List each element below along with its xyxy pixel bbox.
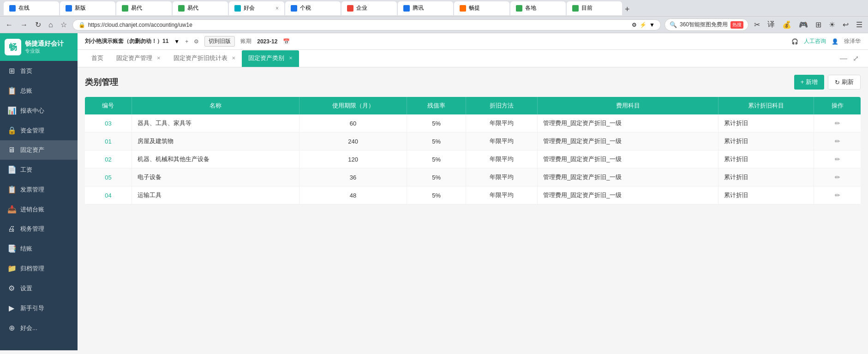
minimize-button[interactable]: — [838,53,849,64]
sidebar-item-report[interactable]: 📊 报表中心 [0,101,78,120]
tab-label-6: 个税 [300,4,311,12]
browser-tab-3[interactable]: 易代 [116,1,172,15]
edit-button[interactable]: ✏ [835,156,840,163]
tab-favicon-1 [9,5,16,12]
undo-button[interactable]: ↩ [841,19,850,30]
plus-icon[interactable]: + [185,38,188,45]
cell-residual: 5% [407,186,466,204]
cell-accumulated: 累计折旧 [718,114,814,132]
tab-fixed-mgmt-close[interactable]: × [157,54,161,61]
browser-tab-2[interactable]: 新版 [60,1,115,15]
browser-tab-11[interactable]: 目前 [567,1,622,15]
settings-cog-icon[interactable]: ⚙ [194,38,199,45]
cell-code: 05 [85,168,132,186]
refresh-button[interactable]: ↻ 刷新 [828,75,861,90]
tab-depreciation-close[interactable]: × [232,54,236,61]
browser-tab-4[interactable]: 易代 [173,1,228,15]
sidebar-item-guide[interactable]: ▶ 新手引导 [0,298,78,318]
maximize-button[interactable]: ⤢ [851,53,861,64]
sidebar-item-ledger[interactable]: 📋 总账 [0,81,78,101]
grid-button[interactable]: ⊞ [814,19,823,30]
page-tab-home[interactable]: 首页 [85,50,110,67]
period-value: 2023-12 [257,38,277,45]
coin-button[interactable]: 💰 [780,19,793,30]
edit-button[interactable]: ✏ [835,192,840,199]
home-button[interactable]: ⌂ [47,20,55,30]
data-table: 编号 名称 使用期限（月） 残值率 折旧方法 费用科目 累计折旧科目 操作 03… [85,97,861,204]
translate-button[interactable]: 译 [766,19,777,30]
game-button[interactable]: 🎮 [797,19,810,30]
bookmark-button[interactable]: ☆ [59,19,69,30]
sidebar-item-more[interactable]: ⊕ 好会... [0,318,78,338]
browser-tab-5[interactable]: 好会 × [229,1,284,15]
salary-icon: 📄 [7,165,16,174]
sidebar-item-settings[interactable]: ⚙ 设置 [0,278,78,298]
tab-fixed-mgmt-label: 固定资产管理 [116,54,152,62]
tab-label-7: 企业 [356,4,367,12]
brightness-button[interactable]: ☀ [827,19,837,30]
scissors-button[interactable]: ✂ [752,19,762,30]
cell-action: ✏ [814,186,861,204]
calendar-icon[interactable]: 📅 [283,38,290,45]
consult-label[interactable]: 人工咨询 [804,37,826,45]
tab-close-5[interactable]: × [275,5,279,12]
tab-label-10: 各地 [525,4,536,12]
cell-name: 器具、工具、家具等 [132,114,299,132]
tab-label-1: 在线 [18,4,30,12]
tab-category-close[interactable]: × [289,54,293,61]
cell-residual: 5% [407,132,466,150]
address-bar[interactable]: 🔒 https://cloud.chanjet.com/accounting/u… [72,19,661,30]
cell-code: 01 [85,132,132,150]
dropdown-arrow[interactable]: ▼ [174,38,180,45]
edit-button[interactable]: ✏ [835,138,840,145]
back-button[interactable]: ← [4,20,15,30]
sidebar-item-fixed[interactable]: 🖥 固定资产 [0,140,78,160]
browser-tab-1[interactable]: 在线 [4,1,59,15]
browser-tab-6[interactable]: 个税 [285,1,341,15]
table-row: 02 机器、机械和其他生产设备 120 5% 年限平均 管理费用_固定资产折旧_… [85,150,861,168]
headset-icon: 🎧 [791,38,798,45]
sidebar: 畅 畅捷通好会计 专业版 ⊞ 首页 📋 总账 📊 报表中心 🔒 资金管理 🖥 固… [0,33,78,350]
page-tab-depreciation[interactable]: 固定资产折旧统计表 × [167,50,242,67]
sidebar-item-fund[interactable]: 🔒 资金管理 [0,120,78,140]
col-header-expense: 费用科目 [537,97,718,114]
top-bar-right: 🎧 人工咨询 👤 徐泽华 [791,37,861,45]
username: 徐泽华 [844,37,861,45]
sidebar-item-settle[interactable]: 📑 结账 [0,239,78,258]
page-tab-category[interactable]: 固定资产类别 × [242,50,299,67]
cell-method: 年限平均 [466,114,538,132]
page-tab-fixed-mgmt[interactable]: 固定资产管理 × [110,50,167,67]
browser-tab-7[interactable]: 企业 [341,1,397,15]
sidebar-item-archive[interactable]: 📁 归档管理 [0,258,78,278]
switch-to-old-button[interactable]: 切到旧版 [204,36,235,47]
menu-button[interactable]: ☰ [854,19,864,30]
cell-method: 年限平均 [466,168,538,186]
sidebar-item-home[interactable]: ⊞ 首页 [0,61,78,81]
forward-button[interactable]: → [18,20,30,30]
edit-button[interactable]: ✏ [835,120,840,127]
col-header-code: 编号 [85,97,132,114]
browser-tab-9[interactable]: 畅提 [454,1,509,15]
cell-name: 机器、机械和其他生产设备 [132,150,299,168]
cell-months: 60 [299,114,407,132]
add-button[interactable]: + 新增 [794,75,824,90]
hot-badge: 热搜 [730,21,743,29]
sidebar-label-settings: 设置 [20,284,32,293]
edit-button[interactable]: ✏ [835,174,840,181]
tab-favicon-5 [234,5,241,12]
sidebar-item-salary[interactable]: 📄 工资 [0,160,78,180]
browser-tab-10[interactable]: 各地 [510,1,566,15]
reload-button[interactable]: ↻ [33,19,43,30]
col-header-action: 操作 [814,97,861,114]
address-bar-row: ← → ↻ ⌂ ☆ 🔒 https://cloud.chanjet.com/ac… [0,17,868,33]
sidebar-item-invoice[interactable]: 📋 发票管理 [0,180,78,199]
search-bar[interactable]: 🔍 360智能抠图免费用 热搜 [664,18,748,31]
cell-residual: 5% [407,150,466,168]
cell-expense: 管理费用_固定资产折旧_一级 [537,186,718,204]
sidebar-item-stock[interactable]: 📥 进销台账 [0,199,78,219]
sidebar-item-tax[interactable]: 🖨 税务管理 [0,219,78,239]
new-tab-button[interactable]: + [623,4,632,15]
refresh-icon: ↻ [835,79,840,86]
browser-tab-8[interactable]: 腾讯 [398,1,453,15]
sidebar-label-stock: 进销台账 [20,205,44,214]
